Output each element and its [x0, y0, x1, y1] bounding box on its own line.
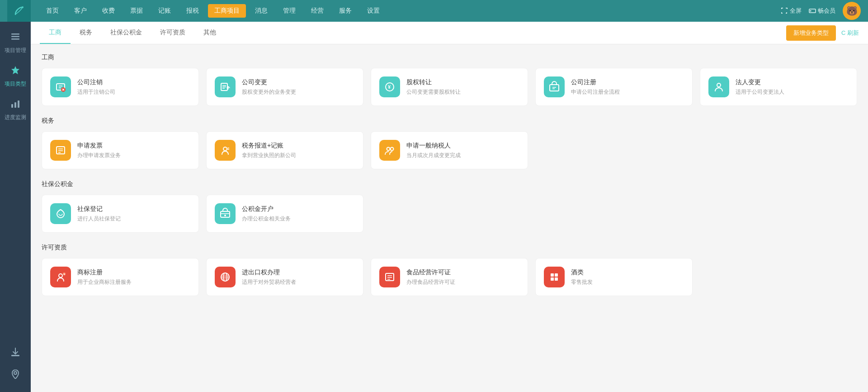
card-icon-company-register — [544, 76, 565, 97]
card-legal-change[interactable]: 法人变更 适用于公司变更法人 — [700, 68, 857, 106]
sidebar-label-project-manage: 项目管理 — [5, 47, 26, 54]
sidebar-item-progress[interactable]: 进度监测 — [0, 93, 31, 127]
card-text-general-taxpayer: 申请一般纳税人 当月或次月成变更完成 — [406, 142, 461, 159]
tab-gongshang[interactable]: 工商 — [40, 22, 71, 44]
refresh-button[interactable]: C 刷新 — [841, 29, 859, 37]
card-alcohol[interactable]: 酒类 零售批发 — [535, 258, 693, 296]
card-desc-general-taxpayer: 当月或次月成变更完成 — [406, 152, 461, 159]
card-icon-general-taxpayer — [379, 140, 400, 161]
sidebar-label-project-type: 项目类型 — [5, 80, 26, 88]
card-text-tax-report: 税务报道+记账 拿到营业执照的新公司 — [242, 142, 296, 159]
card-desc-import-export: 适用于对外贸易经营者 — [242, 278, 296, 286]
card-text-alcohol: 酒类 零售批发 — [571, 268, 593, 286]
card-title-legal-change: 法人变更 — [736, 78, 784, 86]
svg-rect-54 — [551, 277, 554, 281]
svg-point-27 — [717, 83, 721, 87]
card-icon-food-license — [379, 267, 400, 287]
card-food-license[interactable]: 食品经营许可证 办理食品经营许可证 — [371, 258, 528, 296]
card-trademark[interactable]: R 商标注册 用于企业商标注册服务 — [42, 258, 199, 296]
card-desc-company-register: 申请公司注册全流程 — [571, 88, 620, 96]
card-icon-provident-fund — [215, 203, 236, 224]
download-icon[interactable] — [6, 343, 24, 361]
chart-icon — [10, 99, 20, 111]
nav-service[interactable]: 服务 — [333, 4, 358, 18]
card-general-taxpayer[interactable]: 申请一般纳税人 当月或次月成变更完成 — [371, 131, 528, 169]
card-icon-social-security — [50, 203, 71, 224]
nav-fee[interactable]: 收费 — [96, 4, 121, 18]
card-provident-fund[interactable]: 公积金开户 办理公积金相关业务 — [206, 195, 363, 233]
section-title-gongshang: 工商 — [42, 53, 857, 62]
cards-grid-gongshang: 公司注销 适用于注销公司 — [42, 68, 857, 106]
nav-operation[interactable]: 经营 — [305, 4, 330, 18]
svg-point-2 — [810, 10, 811, 12]
nav-accounting[interactable]: 记账 — [152, 4, 177, 18]
location-icon[interactable] — [6, 365, 24, 383]
nav-customer[interactable]: 客户 — [68, 4, 93, 18]
card-social-security[interactable]: 社保登记 进行人员社保登记 — [42, 195, 199, 233]
card-text-social-security: 社保登记 进行人员社保登记 — [77, 205, 121, 223]
card-icon-equity-transfer: ¥ — [379, 76, 400, 97]
card-icon-import-export — [215, 267, 236, 287]
card-apply-invoice[interactable]: 申请发票 办理申请发票业务 — [42, 131, 199, 169]
card-title-company-cancel: 公司注销 — [77, 78, 115, 86]
card-title-provident-fund: 公积金开户 — [242, 205, 291, 213]
card-import-export[interactable]: 进出口权办理 适用于对外贸易经营者 — [206, 258, 363, 296]
cards-grid-xuke: R 商标注册 用于企业商标注册服务 — [42, 258, 857, 296]
svg-rect-10 — [11, 355, 19, 356]
card-title-alcohol: 酒类 — [571, 268, 593, 277]
new-type-button[interactable]: 新增业务类型 — [786, 25, 836, 41]
svg-rect-4 — [11, 36, 19, 38]
nav-business[interactable]: 工商项目 — [208, 4, 246, 18]
nav-tax[interactable]: 报税 — [180, 4, 205, 18]
fullscreen-btn[interactable]: 全屏 — [781, 7, 802, 15]
svg-rect-8 — [14, 102, 16, 108]
svg-rect-9 — [18, 100, 19, 108]
vip-btn[interactable]: 畅会员 — [809, 7, 835, 15]
svg-point-35 — [387, 148, 390, 151]
nav-home[interactable]: 首页 — [40, 4, 65, 18]
svg-point-11 — [14, 372, 17, 374]
svg-rect-52 — [551, 273, 554, 277]
section-gongshang: 工商 — [42, 53, 857, 106]
svg-point-40 — [59, 274, 62, 277]
card-icon-tax-report — [215, 140, 236, 161]
card-equity-transfer[interactable]: ¥ 股权转让 公司变更需要股权转让 — [371, 68, 528, 106]
tab-shebao[interactable]: 社保公积金 — [101, 22, 151, 44]
scroll-content[interactable]: 工商 — [31, 44, 868, 392]
card-title-import-export: 进出口权办理 — [242, 268, 296, 277]
mascot-avatar[interactable]: 🐻 — [843, 2, 861, 20]
top-navigation: 首页 客户 收费 票据 记账 报税 工商项目 消息 管理 经营 服务 设置 全屏… — [0, 0, 868, 22]
tab-shuiwu[interactable]: 税务 — [71, 22, 101, 44]
card-company-change[interactable]: 公司变更 股权变更外的业务变更 — [206, 68, 363, 106]
sidebar-item-project-type[interactable]: 项目类型 — [0, 60, 31, 93]
card-title-company-change: 公司变更 — [242, 78, 296, 86]
nav-invoice[interactable]: 票据 — [124, 4, 149, 18]
section-shuiwu: 税务 申请发票 办理申请发票 — [42, 117, 857, 169]
card-desc-provident-fund: 办理公积金相关业务 — [242, 215, 291, 223]
tab-xuke[interactable]: 许可资质 — [151, 22, 194, 44]
svg-rect-53 — [555, 273, 558, 277]
sidebar-bottom — [6, 343, 24, 392]
card-company-cancel[interactable]: 公司注销 适用于注销公司 — [42, 68, 199, 106]
svg-point-32 — [223, 147, 227, 151]
svg-rect-5 — [11, 38, 19, 40]
card-desc-trademark: 用于企业商标注册服务 — [77, 278, 132, 286]
app-logo[interactable] — [7, 0, 31, 22]
tab-other[interactable]: 其他 — [194, 22, 225, 44]
card-title-food-license: 食品经营许可证 — [406, 268, 455, 277]
section-title-xuke: 许可资质 — [42, 244, 857, 252]
nav-settings[interactable]: 设置 — [361, 4, 386, 18]
nav-message[interactable]: 消息 — [249, 4, 274, 18]
card-company-register[interactable]: 公司注册 申请公司注册全流程 — [535, 68, 693, 106]
card-tax-report[interactable]: 税务报道+记账 拿到营业执照的新公司 — [206, 131, 363, 169]
card-desc-alcohol: 零售批发 — [571, 278, 593, 286]
card-title-social-security: 社保登记 — [77, 205, 121, 213]
tabs-bar: 工商 税务 社保公积金 许可资质 其他 新增业务类型 C 刷新 — [31, 22, 868, 44]
card-desc-food-license: 办理食品经营许可证 — [406, 278, 455, 286]
card-icon-legal-change — [708, 76, 729, 97]
card-icon-alcohol — [544, 267, 565, 287]
sidebar-item-project-manage[interactable]: 项目管理 — [0, 26, 31, 60]
nav-manage[interactable]: 管理 — [277, 4, 302, 18]
sidebar: 项目管理 项目类型 进度监测 — [0, 22, 31, 392]
card-text-import-export: 进出口权办理 适用于对外贸易经营者 — [242, 268, 296, 286]
